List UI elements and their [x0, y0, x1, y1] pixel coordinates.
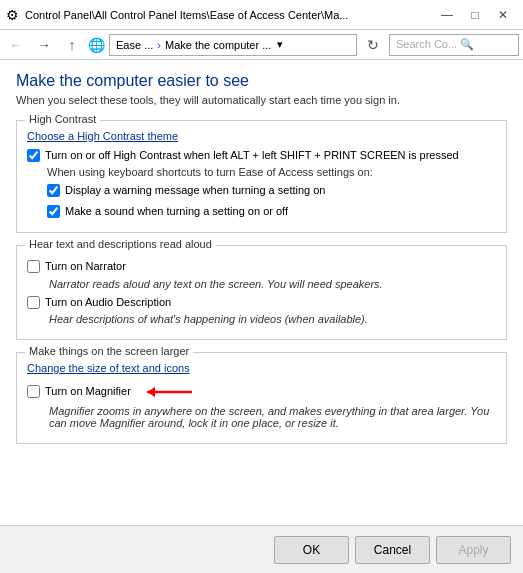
high-contrast-checkbox3-label: Make a sound when turning a setting on o…	[65, 204, 288, 219]
path-part2: Make the computer ...	[165, 39, 271, 51]
audio-desc-checkbox[interactable]	[27, 296, 40, 309]
refresh-button[interactable]: ↻	[361, 33, 385, 57]
title-bar-controls: — □ ✕	[433, 1, 517, 29]
title-bar-text: Control Panel\All Control Panel Items\Ea…	[25, 9, 427, 21]
apply-button[interactable]: Apply	[436, 536, 511, 564]
audio-desc-checkbox-row: Turn on Audio Description	[27, 295, 496, 310]
up-button[interactable]: ↑	[60, 33, 84, 57]
narrator-desc: Narrator reads aloud any text on the scr…	[49, 278, 496, 290]
magnifier-label: Turn on Magnifier	[45, 384, 131, 399]
narrator-checkbox-row: Turn on Narrator	[27, 259, 496, 274]
hear-text-section: Hear text and descriptions read aloud Tu…	[16, 245, 507, 340]
narrator-checkbox[interactable]	[27, 260, 40, 273]
high-contrast-checkbox3-row: Make a sound when turning a setting on o…	[47, 204, 496, 219]
search-placeholder: Search Co... 🔍	[396, 38, 474, 51]
audio-desc-label: Turn on Audio Description	[45, 295, 171, 310]
narrator-label: Turn on Narrator	[45, 259, 126, 274]
main-content: Make the computer easier to see When you…	[0, 60, 523, 525]
path-dropdown-icon: ▾	[277, 38, 283, 51]
high-contrast-link[interactable]: Choose a High Contrast theme	[27, 130, 178, 142]
path-sep: ›	[157, 39, 161, 51]
high-contrast-checkbox2-row: Display a warning message when turning a…	[47, 183, 496, 198]
high-contrast-sub-label: When using keyboard shortcuts to turn Ea…	[47, 166, 496, 178]
minimize-button[interactable]: —	[433, 1, 461, 29]
magnifier-checkbox-row: Turn on Magnifier	[27, 384, 131, 399]
nav-icon: 🌐	[88, 37, 105, 53]
text-icons-link[interactable]: Change the size of text and icons	[27, 362, 190, 374]
ok-button[interactable]: OK	[274, 536, 349, 564]
path-part1: Ease ...	[116, 39, 153, 51]
high-contrast-checkbox1[interactable]	[27, 149, 40, 162]
high-contrast-checkbox3[interactable]	[47, 205, 60, 218]
high-contrast-checkbox1-row: Turn on or off High Contrast when left A…	[27, 148, 496, 163]
address-bar: ← → ↑ 🌐 Ease ... › Make the computer ...…	[0, 30, 523, 60]
page-subtitle: When you select these tools, they will a…	[16, 94, 507, 106]
make-things-legend: Make things on the screen larger	[25, 345, 193, 357]
audio-desc-desc: Hear descriptions of what's happening in…	[49, 313, 496, 325]
high-contrast-checkbox2[interactable]	[47, 184, 60, 197]
window-icon: ⚙	[6, 7, 19, 23]
cancel-button[interactable]: Cancel	[355, 536, 430, 564]
magnifier-desc: Magnifier zooms in anywhere on the scree…	[49, 405, 496, 429]
restore-button[interactable]: □	[461, 1, 489, 29]
search-box[interactable]: Search Co... 🔍	[389, 34, 519, 56]
forward-button[interactable]: →	[32, 33, 56, 57]
hear-text-legend: Hear text and descriptions read aloud	[25, 238, 216, 250]
magnifier-checkbox[interactable]	[27, 385, 40, 398]
high-contrast-legend: High Contrast	[25, 113, 100, 125]
close-button[interactable]: ✕	[489, 1, 517, 29]
high-contrast-checkbox2-label: Display a warning message when turning a…	[65, 183, 325, 198]
high-contrast-section: High Contrast Choose a High Contrast the…	[16, 120, 507, 233]
page-title: Make the computer easier to see	[16, 72, 507, 90]
red-arrow-annotation	[137, 381, 207, 403]
bottom-bar: OK Cancel Apply	[0, 525, 523, 573]
address-path[interactable]: Ease ... › Make the computer ... ▾	[109, 34, 357, 56]
make-things-section: Make things on the screen larger Change …	[16, 352, 507, 444]
back-button[interactable]: ←	[4, 33, 28, 57]
svg-marker-1	[147, 387, 155, 397]
title-bar: ⚙ Control Panel\All Control Panel Items\…	[0, 0, 523, 30]
magnifier-row: Turn on Magnifier	[27, 381, 496, 403]
high-contrast-checkbox1-label: Turn on or off High Contrast when left A…	[45, 148, 459, 163]
